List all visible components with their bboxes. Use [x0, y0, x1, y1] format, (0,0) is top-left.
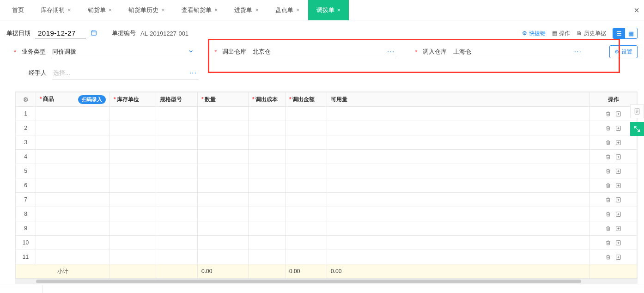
- cell-qty[interactable]: [198, 207, 249, 221]
- cell-cost[interactable]: [249, 236, 286, 250]
- cell-amount[interactable]: [286, 250, 327, 264]
- close-icon[interactable]: ×: [109, 6, 112, 13]
- shortcut-link[interactable]: ⚙快捷键: [522, 30, 546, 37]
- cell-amount[interactable]: [286, 164, 327, 178]
- cell-cost[interactable]: [249, 121, 286, 135]
- side-expand-icon[interactable]: [630, 122, 644, 136]
- delete-row-icon[interactable]: [605, 254, 612, 260]
- cell-amount[interactable]: [286, 150, 327, 164]
- table-row[interactable]: 1: [16, 107, 637, 121]
- tab-inventory-init[interactable]: 库存期初×: [32, 0, 79, 20]
- cell-unit[interactable]: [110, 150, 156, 164]
- cell-spec[interactable]: [156, 178, 198, 193]
- cell-unit[interactable]: [110, 121, 156, 135]
- handler-input[interactable]: [52, 67, 199, 79]
- cell-unit[interactable]: [110, 250, 156, 264]
- add-row-icon[interactable]: [615, 125, 622, 131]
- table-row[interactable]: 7: [16, 193, 637, 207]
- cell-cost[interactable]: [249, 221, 286, 236]
- cell-cost[interactable]: [249, 164, 286, 178]
- column-settings[interactable]: ⚙: [16, 92, 36, 107]
- operation-link[interactable]: ▦操作: [552, 30, 570, 37]
- table-row[interactable]: 10: [16, 236, 637, 250]
- delete-row-icon[interactable]: [605, 182, 612, 189]
- tab-home[interactable]: 首页: [4, 0, 32, 20]
- tab-stocktake[interactable]: 盘点单×: [267, 0, 308, 20]
- cell-amount[interactable]: [286, 193, 327, 207]
- cell-available[interactable]: [327, 135, 590, 150]
- delete-row-icon[interactable]: [605, 225, 612, 232]
- cell-qty[interactable]: [198, 164, 249, 178]
- add-row-icon[interactable]: [615, 182, 622, 189]
- cell-amount[interactable]: [286, 178, 327, 193]
- cell-spec[interactable]: [156, 135, 198, 150]
- cell-spec[interactable]: [156, 150, 198, 164]
- horizontal-scrollbar[interactable]: [15, 279, 638, 284]
- cell-available[interactable]: [327, 107, 590, 121]
- more-icon[interactable]: ···: [387, 48, 395, 56]
- cell-available[interactable]: [327, 207, 590, 221]
- delete-row-icon[interactable]: [605, 211, 612, 217]
- settings-button[interactable]: ⚙设置: [609, 45, 638, 58]
- close-icon[interactable]: ×: [161, 6, 165, 13]
- add-row-icon[interactable]: [615, 168, 622, 174]
- cell-unit[interactable]: [110, 164, 156, 178]
- cell-product[interactable]: [36, 236, 110, 250]
- tab-sales[interactable]: 销货单×: [79, 0, 121, 20]
- cell-product[interactable]: [36, 121, 110, 135]
- table-row[interactable]: 9: [16, 221, 637, 236]
- more-icon[interactable]: ···: [189, 69, 197, 77]
- add-row-icon[interactable]: [615, 153, 622, 160]
- close-icon[interactable]: ×: [214, 6, 218, 13]
- delete-row-icon[interactable]: [605, 139, 612, 146]
- tab-transfer[interactable]: 调拨单×: [308, 0, 349, 20]
- cell-product[interactable]: [36, 221, 110, 236]
- table-row[interactable]: 5: [16, 164, 637, 178]
- delete-row-icon[interactable]: [605, 153, 612, 160]
- cell-product[interactable]: [36, 250, 110, 264]
- table-row[interactable]: 8: [16, 207, 637, 221]
- cell-unit[interactable]: [110, 236, 156, 250]
- tab-sales-history[interactable]: 销货单历史×: [120, 0, 173, 20]
- cell-unit[interactable]: [110, 193, 156, 207]
- cell-amount[interactable]: [286, 221, 327, 236]
- cell-qty[interactable]: [198, 107, 249, 121]
- add-row-icon[interactable]: [615, 139, 622, 146]
- delete-row-icon[interactable]: [605, 239, 612, 246]
- cell-cost[interactable]: [249, 250, 286, 264]
- add-row-icon[interactable]: [615, 225, 622, 232]
- cell-amount[interactable]: [286, 207, 327, 221]
- close-icon[interactable]: ×: [296, 6, 300, 13]
- table-row[interactable]: 4: [16, 150, 637, 164]
- close-icon[interactable]: ×: [67, 6, 71, 13]
- scan-entry-button[interactable]: 扫码录入: [78, 95, 106, 104]
- cell-qty[interactable]: [198, 250, 249, 264]
- date-input[interactable]: [35, 28, 86, 38]
- cell-qty[interactable]: [198, 193, 249, 207]
- cell-product[interactable]: [36, 135, 110, 150]
- delete-row-icon[interactable]: [605, 110, 612, 117]
- cell-cost[interactable]: [249, 193, 286, 207]
- chevron-down-icon[interactable]: [188, 48, 194, 56]
- delete-row-icon[interactable]: [605, 168, 612, 174]
- add-row-icon[interactable]: [615, 196, 622, 203]
- cell-unit[interactable]: [110, 221, 156, 236]
- cell-product[interactable]: [36, 193, 110, 207]
- cell-qty[interactable]: [198, 135, 249, 150]
- add-row-icon[interactable]: [615, 239, 622, 246]
- cell-spec[interactable]: [156, 207, 198, 221]
- cell-spec[interactable]: [156, 121, 198, 135]
- cell-qty[interactable]: [198, 121, 249, 135]
- side-doc-icon[interactable]: [630, 104, 644, 118]
- cell-spec[interactable]: [156, 250, 198, 264]
- cell-cost[interactable]: [249, 150, 286, 164]
- delete-row-icon[interactable]: [605, 125, 612, 131]
- cell-spec[interactable]: [156, 236, 198, 250]
- cell-unit[interactable]: [110, 135, 156, 150]
- cell-cost[interactable]: [249, 178, 286, 193]
- cell-available[interactable]: [327, 193, 590, 207]
- cell-available[interactable]: [327, 164, 590, 178]
- tab-purchase[interactable]: 进货单×: [226, 0, 267, 20]
- cell-available[interactable]: [327, 221, 590, 236]
- calendar-icon[interactable]: [91, 30, 97, 37]
